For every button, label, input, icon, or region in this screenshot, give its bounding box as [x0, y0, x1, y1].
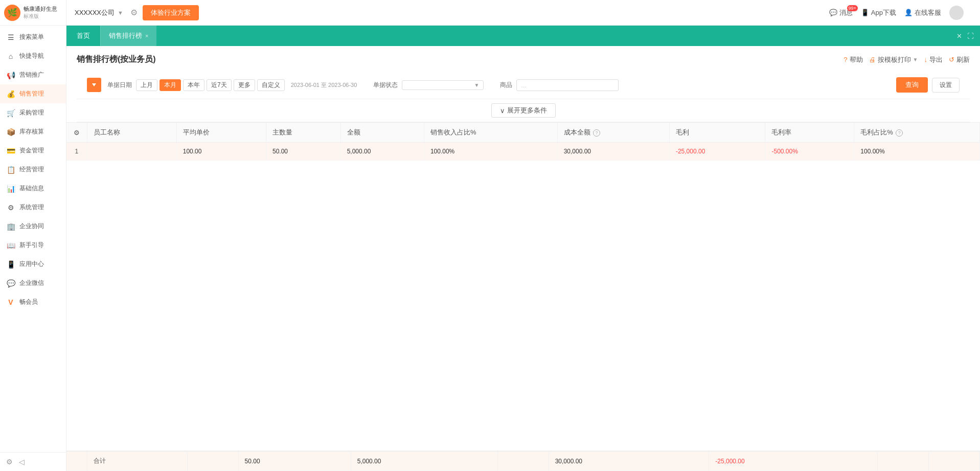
date-btn-last7[interactable]: 近7天 — [207, 79, 232, 91]
sidebar-item-inventory[interactable]: 📦 库存核算 — [0, 122, 66, 141]
export-button[interactable]: ↓ 导出 — [924, 55, 943, 64]
cell-cost: 30,000.00 — [557, 143, 669, 161]
col-settings-icon[interactable]: ⚙ — [74, 129, 80, 137]
date-filter-group: 单据日期 上月 本月 本年 近7天 更多 自定义 2023-06-01 至 20… — [107, 79, 357, 91]
company-selector[interactable]: XXXXXX公司 ▼ — [75, 8, 123, 17]
sidebar-item-label: 采购管理 — [19, 108, 44, 117]
message-icon: 💬 — [829, 9, 837, 16]
refresh-icon: ↺ — [949, 56, 954, 63]
expand-more-button[interactable]: ∨ 展开更多条件 — [491, 103, 556, 118]
cell-gross-rate: -500.00% — [765, 143, 854, 161]
footer-amount: 5,000.00 — [351, 452, 497, 471]
tab-close-icon[interactable]: × — [145, 33, 148, 39]
sidebar-item-guide[interactable]: 📖 新手引导 — [0, 236, 66, 255]
settings-button[interactable]: 设置 — [932, 78, 960, 93]
print-chevron-icon: ▼ — [913, 57, 918, 62]
goods-placeholder: ... — [521, 81, 527, 89]
system-icon: ⚙ — [6, 204, 15, 212]
sidebar-item-purchase[interactable]: 🛒 采购管理 — [0, 103, 66, 122]
status-filter-label: 单据状态 — [373, 81, 398, 89]
filter-expand-arrow-btn[interactable] — [87, 78, 101, 92]
sidebar-item-label: 销售管理 — [19, 89, 44, 98]
service-icon: 👤 — [904, 9, 913, 16]
sidebar-item-marketing[interactable]: 📢 营销推广 — [0, 65, 66, 84]
sidebar: 🌿 畅康通好生意 标准版 ☰ 搜索菜单 ⌂ 快捷导航 📢 营销推广 💰 销售管理… — [0, 0, 66, 471]
online-service-button[interactable]: 👤 在线客服 — [904, 8, 941, 17]
finance-icon: 💳 — [6, 147, 15, 155]
sidebar-item-system[interactable]: ⚙ 系统管理 — [0, 198, 66, 217]
col-avg-price: 平均单价 — [176, 123, 266, 143]
tab-label: 销售排行榜 — [109, 31, 142, 40]
expand-label: 展开更多条件 — [507, 106, 547, 115]
company-chevron-icon: ▼ — [118, 10, 123, 16]
footer-gross-pct — [928, 452, 979, 471]
goods-filter-group: 商品 ... — [500, 79, 619, 91]
sidebar-item-label: 企业微信 — [19, 279, 44, 287]
operations-icon: 📋 — [6, 166, 15, 174]
sidebar-settings-icon[interactable]: ⚙ — [6, 458, 13, 466]
col-cost: 成本全额 ? — [557, 123, 669, 143]
export-label: 导出 — [929, 55, 943, 64]
sidebar-item-basic-info[interactable]: 📊 基础信息 — [0, 179, 66, 198]
gross-pct-info-icon[interactable]: ? — [896, 129, 903, 137]
sidebar-item-label: 经营管理 — [19, 165, 44, 174]
sidebar-item-vip[interactable]: V 畅会员 — [0, 293, 66, 311]
message-badge: 99+ — [847, 5, 858, 11]
sidebar-item-finance[interactable]: 💳 资金管理 — [0, 141, 66, 160]
cell-amount: 5,000.00 — [340, 143, 424, 161]
page-title-row: 销售排行榜(按业务员) ? 帮助 🖨 按模板打印 ▼ ↓ 导出 — [77, 54, 970, 65]
footer-avg-price — [187, 452, 238, 471]
sidebar-item-label: 搜索菜单 — [19, 33, 44, 41]
help-button[interactable]: ? 帮助 — [844, 55, 862, 64]
tab-sales-ranking[interactable]: 销售排行榜 × — [100, 26, 156, 46]
sidebar-item-app-center[interactable]: 📱 应用中心 — [0, 255, 66, 274]
query-button[interactable]: 查询 — [896, 77, 928, 93]
date-btn-this-year[interactable]: 本年 — [183, 79, 204, 91]
sidebar-item-label: 快捷导航 — [19, 52, 44, 60]
print-button[interactable]: 🖨 按模板打印 ▼ — [869, 55, 918, 64]
avatar[interactable] — [949, 6, 964, 20]
page-title: 销售排行榜(按业务员) — [77, 54, 156, 65]
sales-ranking-table: ⚙ 员工名称 平均单价 主数量 全额 销售收入占比% 成本全额 ? 毛利 毛利率 — [66, 123, 980, 161]
status-select[interactable]: ▼ — [402, 80, 484, 90]
col-name: 员工名称 — [87, 123, 176, 143]
cell-name — [87, 143, 176, 161]
footer-gross: -25,000.00 — [709, 452, 878, 471]
sidebar-item-wechat[interactable]: 💬 企业微信 — [0, 274, 66, 293]
sidebar-item-sales[interactable]: 💰 销售管理 — [0, 84, 66, 103]
sidebar-item-search-order[interactable]: ☰ 搜索菜单 — [0, 28, 66, 47]
home-icon: ⌂ — [6, 52, 15, 60]
purchase-icon: 🛒 — [6, 109, 15, 117]
help-label: 帮助 — [850, 55, 863, 64]
col-gross-pct: 毛利占比% ? — [854, 123, 980, 143]
cost-info-icon[interactable]: ? — [593, 129, 600, 137]
date-range-display: 2023-06-01 至 2023-06-30 — [291, 81, 357, 89]
sidebar-item-enterprise[interactable]: 🏢 企业协同 — [0, 217, 66, 236]
footer-quantity: 50.00 — [238, 452, 351, 471]
window-close-icon[interactable]: ✕ — [956, 32, 962, 40]
tabbar: 首页 销售排行榜 × ✕ ⛶ — [66, 26, 980, 46]
sidebar-item-label: 系统管理 — [19, 203, 44, 212]
date-btn-more[interactable]: 更多 — [234, 79, 255, 91]
tab-home[interactable]: 首页 — [66, 26, 100, 46]
help-icon: ? — [844, 56, 847, 63]
date-btn-custom[interactable]: 自定义 — [257, 79, 285, 91]
trial-button[interactable]: 体验行业方案 — [143, 5, 199, 20]
goods-filter-label: 商品 — [500, 81, 512, 89]
date-btn-this-month[interactable]: 本月 — [159, 79, 181, 91]
refresh-button[interactable]: ↺ 刷新 — [949, 55, 970, 64]
sidebar-item-operations[interactable]: 📋 经营管理 — [0, 160, 66, 179]
sidebar-menu: ☰ 搜索菜单 ⌂ 快捷导航 📢 营销推广 💰 销售管理 🛒 采购管理 📦 库存核… — [0, 26, 66, 452]
message-button[interactable]: 💬 消息 99+ — [829, 8, 853, 17]
sidebar-item-label: 基础信息 — [19, 184, 44, 193]
table-row: 1 100.00 50.00 5,000.00 100.00% 30,000.0… — [66, 143, 980, 161]
topbar-settings-icon[interactable]: ⚙ — [130, 8, 138, 17]
sidebar-collapse-icon[interactable]: ◁ — [19, 458, 25, 466]
page-header: 销售排行榜(按业务员) ? 帮助 🖨 按模板打印 ▼ ↓ 导出 — [66, 46, 980, 123]
app-download-button[interactable]: 📱 App下载 — [861, 8, 896, 17]
sidebar-item-quick-nav[interactable]: ⌂ 快捷导航 — [0, 47, 66, 65]
window-expand-icon[interactable]: ⛶ — [967, 32, 974, 40]
date-btn-last-month[interactable]: 上月 — [136, 79, 157, 91]
marketing-icon: 📢 — [6, 71, 15, 79]
goods-input[interactable]: ... — [516, 79, 619, 91]
